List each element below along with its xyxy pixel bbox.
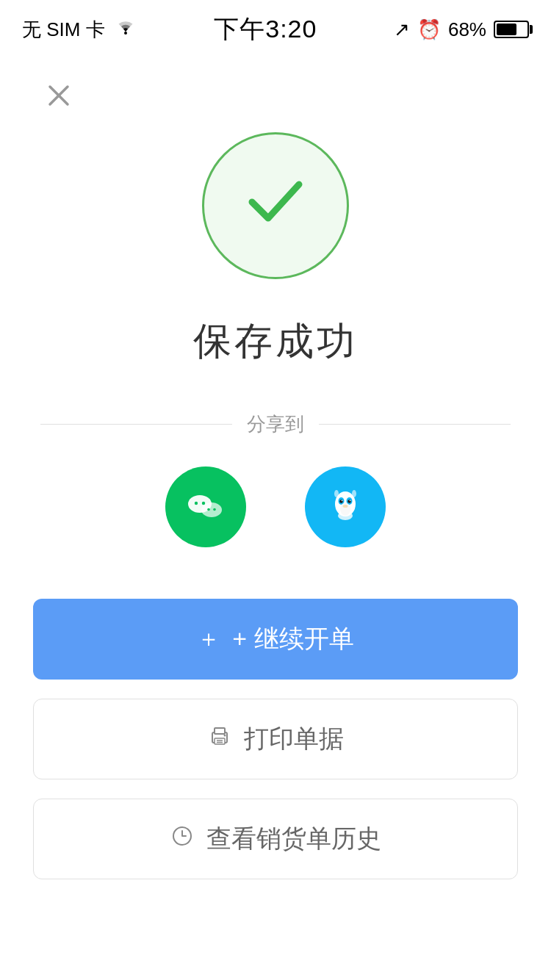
share-icons <box>165 466 386 547</box>
continue-order-label: + 继续开单 <box>232 622 353 656</box>
alarm-icon: ⏰ <box>417 18 441 41</box>
plus-icon: ＋ <box>197 623 220 655</box>
divider-line-right <box>319 424 511 425</box>
svg-point-17 <box>334 490 339 497</box>
view-history-label: 查看销货单历史 <box>206 822 381 856</box>
svg-rect-23 <box>215 738 225 744</box>
battery-percent: 68% <box>448 18 486 41</box>
print-receipt-button[interactable]: 打印单据 <box>33 699 518 779</box>
success-title: 保存成功 <box>193 316 358 367</box>
svg-point-18 <box>352 490 356 497</box>
success-circle <box>202 132 349 279</box>
divider-line-left <box>40 424 232 425</box>
view-history-button[interactable]: 查看销货单历史 <box>33 799 518 879</box>
printer-icon <box>207 724 232 754</box>
svg-rect-22 <box>215 728 225 734</box>
svg-point-4 <box>201 502 222 517</box>
history-icon <box>170 824 195 854</box>
battery-fill <box>497 24 516 35</box>
svg-point-7 <box>207 508 210 511</box>
status-right: ↗ ⏰ 68% <box>394 18 529 41</box>
status-bar: 无 SIM 卡 下午3:20 ↗ ⏰ 68% <box>0 0 551 59</box>
location-icon: ↗ <box>394 18 410 41</box>
print-receipt-label: 打印单据 <box>244 722 344 756</box>
status-left: 无 SIM 卡 <box>22 17 137 43</box>
svg-point-14 <box>342 500 343 502</box>
continue-order-button[interactable]: ＋ + 继续开单 <box>33 599 518 680</box>
no-sim-text: 无 SIM 卡 <box>22 17 105 43</box>
svg-point-20 <box>340 502 350 516</box>
share-label: 分享到 <box>247 411 304 437</box>
main-content: 保存成功 分享到 <box>0 59 551 879</box>
share-divider: 分享到 <box>40 411 511 437</box>
status-time: 下午3:20 <box>214 12 317 46</box>
svg-point-5 <box>195 502 198 505</box>
wifi-icon <box>114 18 137 41</box>
wechat-share-button[interactable] <box>165 466 246 547</box>
svg-point-15 <box>350 500 351 502</box>
svg-point-6 <box>202 502 205 505</box>
svg-point-0 <box>124 32 127 35</box>
qq-share-button[interactable] <box>305 466 386 547</box>
checkmark-icon <box>239 164 312 248</box>
close-button[interactable] <box>37 73 81 118</box>
svg-point-26 <box>224 735 226 737</box>
svg-point-8 <box>213 508 216 511</box>
action-buttons: ＋ + 继续开单 打印单据 <box>33 599 518 879</box>
battery-icon <box>494 21 529 38</box>
